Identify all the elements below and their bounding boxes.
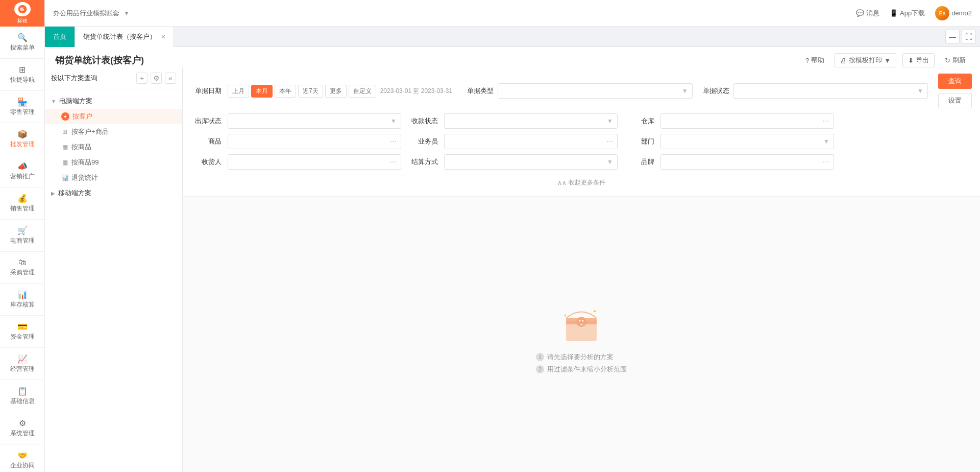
sidebar-item-search-menu[interactable]: 🔍 搜索菜单 (0, 27, 44, 59)
sidebar-item-inventory[interactable]: 📊 库存核算 (0, 284, 44, 316)
sidebar-item-purchase[interactable]: 🛍 采购管理 (0, 252, 44, 284)
sidebar-item-base-info[interactable]: 📋 基础信息 (0, 380, 44, 412)
logo-icon: 畅 (14, 2, 31, 16)
sidebar-item-ecommerce[interactable]: 🛒 电商管理 (0, 220, 44, 252)
tab-sales-stat[interactable]: 销货单统计表（按客户） × (75, 27, 174, 47)
tip-num-2: 2 (536, 365, 544, 373)
tab-bar-actions: — ⛶ (945, 30, 980, 44)
svg-point-5 (579, 320, 581, 321)
doc-type-select[interactable]: ▼ (498, 83, 692, 99)
tree-item-by-customer[interactable]: ● 按客户 (45, 109, 182, 124)
tree-item-by-product-99[interactable]: ▦ 按商品99 (45, 155, 182, 170)
collapse-up-icon: ∧∧ (557, 179, 567, 186)
app-download-button[interactable]: 📱 App下载 (890, 9, 925, 18)
left-panel: 按以下方案查询 + ⚙ « ▼ 电脑端方案 ● (45, 67, 183, 472)
filter-row-date: 单据日期 上月 本月 本年 近7天 更多 自定义 2023-03-01 至 20… (191, 74, 972, 108)
add-scheme-button[interactable]: + (136, 73, 148, 84)
settings-scheme-button[interactable]: ⚙ (151, 73, 162, 84)
system-icon: ⚙ (2, 418, 42, 428)
help-icon: ? (805, 57, 809, 64)
date-range-display: 2023-03-01 至 2023-03-31 (380, 87, 452, 96)
date-btn-more[interactable]: 更多 (325, 85, 347, 98)
left-panel-header: 按以下方案查询 + ⚙ « (45, 67, 182, 89)
doc-type-label: 单据类型 (463, 86, 494, 96)
template-print-dropdown-icon: ▼ (884, 57, 891, 64)
settings-button[interactable]: 设置 (938, 93, 972, 108)
sidebar-item-quick-nav[interactable]: ⊞ 快捷导航 (0, 59, 44, 91)
marketing-icon: 📣 (2, 161, 42, 171)
operations-icon: 📈 (2, 354, 42, 364)
user-profile-button[interactable]: Ea demo2 (935, 6, 972, 20)
mobile-scheme-group: ▶ 移动端方案 (45, 185, 182, 201)
receiver-input[interactable]: ··· (228, 154, 401, 170)
settlement-chevron: ▼ (607, 158, 613, 166)
sidebar-item-operations[interactable]: 📈 经营管理 (0, 348, 44, 380)
receiver-dots: ··· (390, 157, 397, 167)
sidebar-item-marketing[interactable]: 📣 营销推广 (0, 155, 44, 187)
outbound-label: 出库状态 (191, 116, 222, 126)
svg-text:✦: ✦ (564, 313, 567, 318)
collapse-panel-button[interactable]: « (165, 73, 176, 84)
tree-item-by-product[interactable]: ▦ 按商品 (45, 139, 182, 155)
mobile-group-arrow: ▶ (51, 191, 55, 196)
tree-item-by-customer-product[interactable]: ⊞ 按客户+商品 (45, 124, 182, 139)
top-header: 办公用品行业模拟账套 ▼ 💬 消息 📱 App下载 Ea demo2 (45, 0, 980, 27)
help-button[interactable]: ? 帮助 (801, 54, 828, 67)
date-btn-custom[interactable]: 自定义 (349, 85, 376, 98)
filter-row-2: 出库状态 ▼ 收款状态 ▼ 仓库 ··· (191, 113, 972, 129)
dept-select[interactable]: ▼ (660, 134, 834, 149)
tab-close-button[interactable]: × (161, 33, 165, 41)
tree-item-return-stat[interactable]: 📊 退货统计 (45, 170, 182, 185)
export-button[interactable]: ⬇ 导出 (902, 53, 935, 67)
desktop-scheme-group: ▼ 电脑端方案 ● 按客户 ⊞ 按客户+商品 ▦ (45, 93, 182, 185)
date-selector: 上月 本月 本年 近7天 更多 自定义 2023-03-01 至 2023-03… (228, 85, 457, 98)
mobile-group-header[interactable]: ▶ 移动端方案 (45, 185, 182, 201)
outbound-select[interactable]: ▼ (228, 113, 401, 129)
tab-minimize-button[interactable]: — (945, 30, 960, 44)
export-icon: ⬇ (908, 57, 914, 64)
empty-tip-1: 1 请先选择要分析的方案 (536, 352, 627, 362)
sidebar-item-wholesale[interactable]: 📦 批发管理 (0, 123, 44, 155)
settlement-select[interactable]: ▼ (444, 154, 618, 170)
desktop-group-header[interactable]: ▼ 电脑端方案 (45, 93, 182, 109)
payment-select[interactable]: ▼ (444, 113, 618, 129)
sidebar-item-system[interactable]: ⚙ 系统管理 (0, 412, 44, 444)
dept-label: 部门 (624, 137, 654, 146)
collapse-bar[interactable]: ∧∧ 收起更多条件 (191, 175, 972, 190)
brand-dots: ··· (823, 157, 829, 167)
query-button[interactable]: 查询 (938, 74, 972, 89)
header-dropdown-icon[interactable]: ▼ (124, 10, 130, 17)
svg-point-6 (582, 320, 584, 321)
page-header: 销货单统计表(按客户) ? 帮助 🖨 按模板打印 ▼ ⬇ 导出 ↻ 刷新 (45, 47, 980, 67)
date-btn-this-year[interactable]: 本年 (275, 85, 296, 98)
main-area: 办公用品行业模拟账套 ▼ 💬 消息 📱 App下载 Ea demo2 首页 销货… (45, 0, 980, 472)
return-stat-icon: 📊 (61, 174, 68, 181)
doc-status-chevron: ▼ (917, 87, 923, 95)
desktop-group-arrow: ▼ (51, 99, 56, 104)
user-avatar: Ea (935, 6, 949, 20)
left-panel-title: 按以下方案查询 (51, 74, 133, 83)
doc-status-select[interactable]: ▼ (733, 83, 928, 99)
tab-bar: 首页 销货单统计表（按客户） × — ⛶ (45, 27, 980, 47)
message-button[interactable]: 💬 消息 (856, 9, 879, 18)
product-input[interactable]: ··· (228, 134, 401, 149)
sidebar-item-finance[interactable]: 💳 资金管理 (0, 316, 44, 348)
empty-tips: 1 请先选择要分析的方案 2 用过滤条件来缩小分析范围 (536, 352, 627, 374)
sidebar-item-enterprise[interactable]: 🤝 企业协同 (0, 444, 44, 472)
template-print-button[interactable]: 🖨 按模板打印 ▼ (835, 53, 896, 67)
tab-home[interactable]: 首页 (45, 27, 75, 47)
warehouse-input[interactable]: ··· (660, 113, 834, 129)
date-btn-last-7[interactable]: 近7天 (298, 85, 323, 98)
date-btn-last-month[interactable]: 上月 (228, 85, 249, 98)
search-icon: 🔍 (2, 33, 42, 42)
date-btn-this-month[interactable]: 本月 (251, 85, 273, 98)
wholesale-icon: 📦 (2, 129, 42, 139)
sidebar-item-sales[interactable]: 💰 销售管理 (0, 187, 44, 220)
tab-maximize-button[interactable]: ⛶ (962, 30, 976, 44)
base-info-icon: 📋 (2, 386, 42, 396)
brand-input[interactable]: ··· (660, 154, 834, 170)
salesman-input[interactable]: ··· (444, 134, 618, 149)
filter-area: 单据日期 上月 本月 本年 近7天 更多 自定义 2023-03-01 至 20… (183, 67, 980, 197)
refresh-button[interactable]: ↻ 刷新 (941, 54, 970, 67)
sidebar-item-retail[interactable]: 🏪 零售管理 (0, 91, 44, 123)
